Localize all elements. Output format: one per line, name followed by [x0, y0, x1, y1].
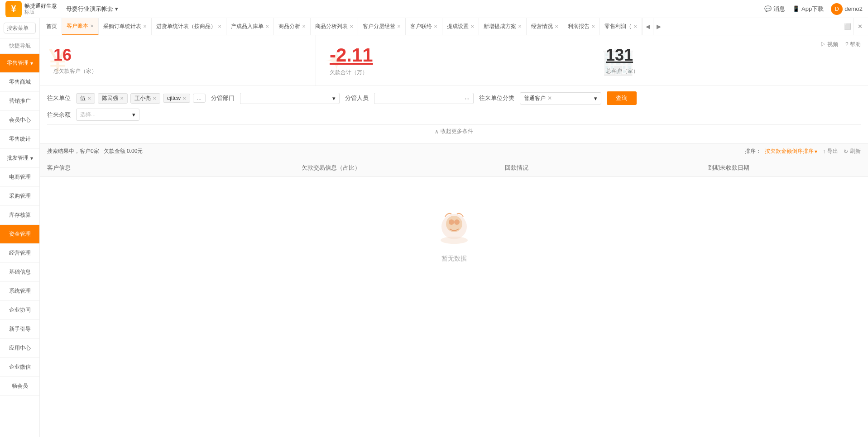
tab-customer-layer[interactable]: 客户分层经营 ✕ [358, 18, 406, 35]
sidebar-item-app-center[interactable]: 应用中心 [0, 339, 39, 358]
logo-icon: ¥ [5, 1, 22, 17]
app-download-btn[interactable]: 📱 App下载 [792, 5, 824, 13]
tab-goods-stats[interactable]: 进货单统计表（按商品） ✕ [152, 18, 226, 35]
stat-debt-label: 欠款合计（万） [330, 69, 578, 76]
remove-tag-0[interactable]: ✕ [87, 96, 91, 101]
cat-tag: 普通客户 ✕ [524, 95, 552, 102]
filter-tag-0: 伍 ✕ [76, 93, 95, 104]
filter-tags: 伍 ✕ 陈民强 ✕ 王小亮 ✕ [76, 93, 206, 104]
message-btn[interactable]: 💬 消息 [764, 5, 785, 13]
tab-customer-ledger[interactable]: 客户账本 ✕ [62, 18, 99, 35]
tab-profit-report[interactable]: 利润报告 ✕ [563, 18, 600, 35]
close-icon-tab6[interactable]: ✕ [350, 24, 353, 29]
results-summary: 搜索结果中，客户0家 欠款金额 0.00元 [47, 147, 143, 155]
tab-goods-analysis[interactable]: 商品分析 ✕ [274, 18, 311, 35]
close-icon-tab10[interactable]: ✕ [518, 24, 522, 29]
close-icon-tab13[interactable]: ✕ [633, 24, 637, 29]
sidebar-item-collab[interactable]: 企业协同 [0, 301, 39, 320]
sidebar-item-member2[interactable]: 畅会员 [0, 377, 39, 396]
sidebar-item-member[interactable]: 会员中心 [0, 111, 39, 130]
help-btn[interactable]: ? 帮助 [845, 41, 861, 48]
tab-restore-btn[interactable]: ⬜ [841, 18, 854, 35]
user-avatar[interactable]: D demo2 [831, 3, 863, 15]
message-icon: 💬 [764, 5, 772, 12]
close-icon-tab11[interactable]: ✕ [555, 24, 558, 29]
tab-scroll-left[interactable]: ◀ [642, 18, 653, 35]
tab-product-in[interactable]: 产成品入库单 ✕ [226, 18, 274, 35]
close-icon-tab7[interactable]: ✕ [397, 24, 401, 29]
tab-customer-contact[interactable]: 客户联络 ✕ [406, 18, 442, 35]
help-icon: ? [845, 41, 850, 48]
sidebar-quick-nav[interactable]: 快捷导航 [0, 38, 39, 54]
svg-point-4 [454, 219, 460, 225]
sidebar-item-marketing[interactable]: 营销推广 [0, 92, 39, 111]
sidebar-item-inventory[interactable]: 库存核算 [0, 206, 39, 225]
video-btn[interactable]: ▷ 视频 [820, 41, 838, 48]
close-icon-tab3[interactable]: ✕ [218, 24, 221, 29]
stat-total-label: 总客户（家） [606, 67, 854, 75]
top-bar-right: 💬 消息 📱 App下载 D demo2 [764, 3, 863, 15]
sidebar-search-area [0, 18, 39, 38]
sidebar-item-wholesale[interactable]: 批发管理 ▾ [0, 149, 39, 168]
sidebar-item-operations[interactable]: 经营管理 [0, 244, 39, 263]
svg-point-2 [446, 216, 462, 232]
tab-commission-settings[interactable]: 提成设置 ✕ [442, 18, 479, 35]
sidebar-item-retail-shop[interactable]: 零售商城 [0, 73, 39, 92]
collapse-bar[interactable]: ∧ 收起更多条件 [47, 124, 861, 138]
tab-operations[interactable]: 经营情况 ✕ [527, 18, 563, 35]
tab-close-all-btn[interactable]: ✕ [854, 18, 866, 35]
video-icon: ▷ [820, 41, 827, 48]
close-icon-tab4[interactable]: ✕ [265, 24, 269, 29]
empty-label: 暂无数据 [441, 255, 467, 263]
tab-new-commission[interactable]: 新增提成方案 ✕ [479, 18, 527, 35]
stat-customers: ¥ 16 总欠款客户（家） [40, 35, 316, 86]
tab-purchase-order[interactable]: 采购订单统计表 ✕ [99, 18, 152, 35]
search-input[interactable] [4, 23, 36, 33]
close-icon-tab5[interactable]: ✕ [302, 24, 306, 29]
close-icon-tab2[interactable]: ✕ [143, 24, 147, 29]
filter-more-tags[interactable]: ... [193, 94, 206, 103]
close-icon-tab1[interactable]: ✕ [90, 24, 94, 28]
cat-select[interactable]: 普通客户 ✕ ▾ [520, 92, 601, 104]
col-header-debt: 欠款交易信息（占比） [302, 164, 505, 172]
tab-scroll-right[interactable]: ▶ [653, 18, 664, 35]
balance-label: 往来余额 [47, 111, 71, 119]
dept-select[interactable]: ▾ [240, 93, 340, 104]
person-label: 分管人员 [345, 94, 369, 102]
store-selector[interactable]: 母婴行业演示帐套 ▾ [66, 5, 118, 13]
close-icon-tab9[interactable]: ✕ [470, 24, 474, 29]
filter-tag-2: 王小亮 ✕ [130, 93, 160, 104]
tab-goods-analysis-list[interactable]: 商品分析列表 ✕ [311, 18, 358, 35]
tab-home[interactable]: 首页 [42, 18, 62, 35]
export-btn[interactable]: ↑ 导出 [823, 147, 838, 155]
sidebar-item-weixin[interactable]: 企业微信 [0, 358, 39, 377]
refresh-btn[interactable]: ↻ 刷新 [844, 147, 861, 155]
person-select[interactable]: ··· [374, 93, 474, 104]
chevron-down-icon-3: ▾ [594, 95, 597, 102]
top-bar: ¥ 畅捷通好生意 标版 母婴行业演示帐套 ▾ 💬 消息 📱 App下载 D de… [0, 0, 868, 18]
remove-tag-3[interactable]: ✕ [182, 96, 186, 101]
sidebar-item-retail-mgmt[interactable]: 零售管理 ▾ [0, 54, 39, 73]
sidebar: 快捷导航 零售管理 ▾ 零售商城 营销推广 会员中心 零售统计 批发管理 ▾ 电… [0, 18, 40, 437]
sidebar-item-ecommerce[interactable]: 电商管理 [0, 168, 39, 187]
remove-tag-2[interactable]: ✕ [153, 96, 156, 101]
tab-retail-profit[interactable]: 零售利润（ ✕ [600, 18, 642, 35]
sidebar-item-retail-stats[interactable]: 零售统计 [0, 130, 39, 149]
sort-btn[interactable]: 按欠款金额倒序排序 ▾ [765, 147, 817, 155]
filter-row-2: 往来余额 选择... ▾ [47, 109, 861, 121]
svg-point-3 [449, 219, 454, 225]
sidebar-item-purchase[interactable]: 采购管理 [0, 187, 39, 206]
empty-icon [432, 204, 477, 249]
close-icon-tab8[interactable]: ✕ [434, 24, 437, 29]
filter-row-1: 往来单位 伍 ✕ 陈民强 ✕ 王小亮 [47, 91, 861, 105]
sidebar-item-basics[interactable]: 基础信息 [0, 263, 39, 282]
stats-area: ¥ 16 总欠款客户（家） ✦ -2.11 欠款合计（万） 🏢 131 总 [40, 35, 868, 86]
sidebar-item-guide[interactable]: 新手引导 [0, 320, 39, 339]
balance-select[interactable]: 选择... ▾ [76, 109, 139, 121]
remove-tag-1[interactable]: ✕ [120, 96, 124, 101]
remove-cat[interactable]: ✕ [547, 95, 552, 101]
close-icon-tab12[interactable]: ✕ [591, 24, 595, 29]
sidebar-item-capital[interactable]: 资金管理 [0, 225, 39, 244]
query-button[interactable]: 查询 [607, 91, 637, 105]
sidebar-item-system[interactable]: 系统管理 [0, 282, 39, 301]
